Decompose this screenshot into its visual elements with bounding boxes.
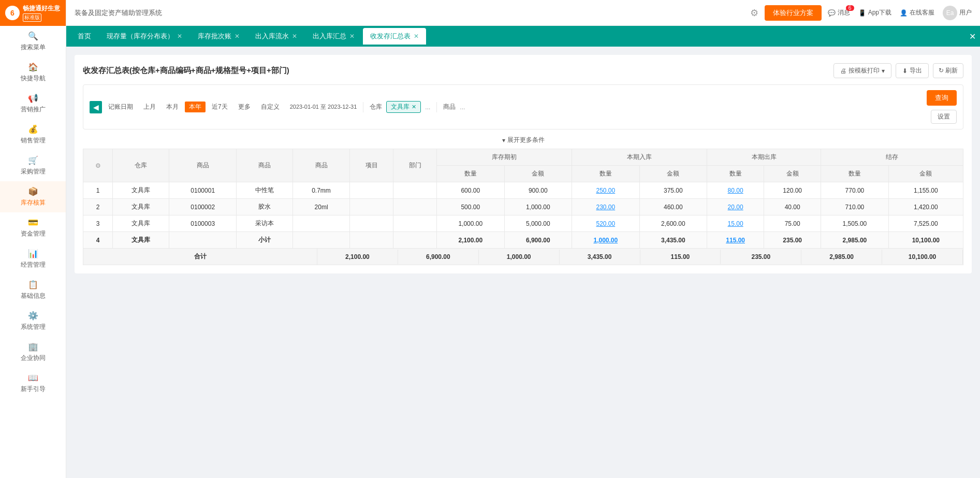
print-btn[interactable]: 🖨 按模板打印 ▾: [833, 63, 891, 78]
cell-project: [350, 199, 393, 215]
set-btn[interactable]: 设置: [931, 110, 957, 124]
cell-in-qty[interactable]: 520.00: [572, 215, 640, 232]
tab-inout-flow[interactable]: 出入库流水✕: [248, 28, 304, 45]
trial-btn[interactable]: 体验行业方案: [765, 5, 822, 21]
avatar: Ea: [943, 6, 957, 20]
cell-open-amt: 5,000.00: [504, 215, 572, 232]
sidebar-item-system[interactable]: ⚙️系统管理: [0, 306, 66, 337]
warehouse-tag-close[interactable]: ✕: [412, 104, 416, 110]
data-table: ⚙ 仓库 商品 商品 商品 项目 部门 库存期初 本期入库 本期出库 结存: [83, 149, 963, 249]
sidebar-item-guide[interactable]: 📖新手引导: [0, 368, 66, 399]
sidebar: 6 畅捷通好生意 标准版 🔍搜索菜单🏠快捷导航📢营销推广💰销售管理🛒采购管理📦库…: [0, 0, 66, 478]
filter-divider2: [436, 102, 437, 112]
table-footer: 合计 2,100.00 6,900.00 1,000.00 3,435.00 1…: [83, 249, 963, 265]
cell-bal-amt: 10,100.00: [888, 232, 963, 249]
app-download-btn[interactable]: 📱 App下载: [858, 8, 891, 17]
sidebar-item-search[interactable]: 🔍搜索菜单: [0, 26, 66, 57]
tab-label: 收发存汇总表: [370, 32, 411, 41]
cell-out-qty[interactable]: 115.00: [707, 232, 764, 249]
service-icon: 👤: [900, 9, 908, 17]
cell-in-qty[interactable]: 230.00: [572, 199, 640, 215]
sales-icon: 💰: [28, 124, 38, 134]
table-row: 2 文具库 0100002 胶水 20ml 500.00 1,000.00 23…: [83, 199, 963, 215]
date-btn-本月[interactable]: 本月: [162, 102, 183, 112]
sidebar-item-corp[interactable]: 🏢企业协同: [0, 337, 66, 368]
expand-btn[interactable]: ▾ 展开更多条件: [502, 136, 545, 144]
online-service-btn[interactable]: 👤 在线客服: [900, 8, 934, 17]
sidebar-item-sales[interactable]: 💰销售管理: [0, 119, 66, 150]
cell-spec: [293, 232, 350, 249]
sidebar-logo: 6 畅捷通好生意 标准版: [0, 0, 66, 26]
footer-open-qty: 2,100.00: [317, 250, 398, 264]
tab-bar: 首页现存量（库存分布表）✕库存批次账✕出入库流水✕出入库汇总✕收发存汇总表✕✕: [66, 26, 980, 47]
date-btn-本年[interactable]: 本年: [185, 102, 206, 112]
tab-close-receive-summary[interactable]: ✕: [414, 33, 419, 40]
messages-btn[interactable]: 💬 消息 6: [828, 8, 850, 17]
cell-bal-amt: 1,155.00: [888, 182, 963, 199]
col-settings-header[interactable]: ⚙: [83, 149, 113, 182]
tab-inout-summary[interactable]: 出入库汇总✕: [305, 28, 362, 45]
sidebar-item-purchase[interactable]: 🛒采购管理: [0, 150, 66, 181]
tab-close-batch-ledger[interactable]: ✕: [235, 33, 240, 40]
tab-receive-summary[interactable]: 收发存汇总表✕: [363, 28, 426, 45]
col-open-amt: 金额: [504, 166, 572, 182]
refresh-btn[interactable]: ↻ 刷新: [933, 63, 963, 78]
sidebar-item-basic-info[interactable]: 📋基础信息: [0, 274, 66, 306]
topbar: 装备及固定资产辅助管理系统 ⚙ 体验行业方案 💬 消息 6 📱 App下载 👤 …: [66, 0, 980, 26]
sidebar-item-quick-nav[interactable]: 🏠快捷导航: [0, 57, 66, 88]
filter-toggle-btn[interactable]: ◀: [90, 101, 102, 113]
goods-more[interactable]: ...: [460, 104, 465, 111]
settings-icon[interactable]: ⚙: [750, 7, 758, 19]
goods-label: 商品: [443, 103, 456, 111]
cell-out-qty[interactable]: 20.00: [707, 199, 764, 215]
tab-close-inout-flow[interactable]: ✕: [292, 33, 297, 40]
sidebar-item-label: 库存核算: [21, 198, 46, 207]
cell-out-qty[interactable]: 15.00: [707, 215, 764, 232]
cell-code: 0100001: [169, 182, 237, 199]
expand-icon: ▾: [502, 137, 505, 144]
warehouse-tag[interactable]: 文具库 ✕: [386, 101, 421, 113]
sidebar-item-label: 经营管理: [21, 260, 46, 269]
sidebar-item-finance[interactable]: 💳资金管理: [0, 212, 66, 243]
tab-close-inout-summary[interactable]: ✕: [349, 33, 355, 40]
tab-home[interactable]: 首页: [70, 28, 98, 45]
query-btn[interactable]: 查询: [927, 90, 957, 106]
col-group-bal: 结存: [821, 149, 963, 166]
operation-icon: 📊: [28, 249, 38, 258]
cell-no: 2: [83, 199, 113, 215]
export-btn[interactable]: ⬇ 导出: [896, 63, 929, 78]
warehouse-more[interactable]: ...: [425, 104, 430, 111]
tab-inventory-dist[interactable]: 现存量（库存分布表）✕: [99, 28, 189, 45]
date-btn-近7天[interactable]: 近7天: [208, 102, 232, 112]
user-btn[interactable]: Ea 用户: [943, 6, 972, 20]
tab-batch-ledger[interactable]: 库存批次账✕: [191, 28, 247, 45]
sidebar-item-label: 新手引导: [21, 385, 46, 394]
sidebar-item-inventory[interactable]: 📦库存核算: [0, 181, 66, 212]
col-settings-icon[interactable]: ⚙: [95, 162, 101, 169]
cell-bal-amt: 1,420.00: [888, 199, 963, 215]
cell-out-amt: 40.00: [764, 199, 821, 215]
table-row: 3 文具库 0100003 采访本 1,000.00 5,000.00 520.…: [83, 215, 963, 232]
footer-in-amt: 3,435.00: [560, 250, 640, 264]
date-btn-自定义[interactable]: 自定义: [257, 102, 284, 112]
sidebar-item-operation[interactable]: 📊经营管理: [0, 243, 66, 274]
date-btn-上月[interactable]: 上月: [139, 102, 160, 112]
date-btn-更多[interactable]: 更多: [234, 102, 255, 112]
tab-close-inventory-dist[interactable]: ✕: [177, 33, 182, 40]
cell-code: 0100002: [169, 199, 237, 215]
cell-in-qty[interactable]: 250.00: [572, 182, 640, 199]
footer-out-amt: 235.00: [721, 250, 801, 264]
phone-icon: 📱: [858, 9, 866, 17]
sidebar-item-label: 基础信息: [21, 292, 46, 300]
sidebar-item-label: 搜索菜单: [21, 43, 46, 52]
footer-bal-qty: 2,985.00: [801, 250, 882, 264]
cell-project: [350, 182, 393, 199]
cell-out-qty[interactable]: 80.00: [707, 182, 764, 199]
sidebar-item-label: 快捷导航: [21, 74, 46, 83]
sidebar-item-marketing[interactable]: 📢营销推广: [0, 88, 66, 119]
finance-icon: 💳: [28, 218, 38, 227]
cell-out-amt: 235.00: [764, 232, 821, 249]
cell-in-qty[interactable]: 1,000.00: [572, 232, 640, 249]
tabs-close-all[interactable]: ✕: [969, 32, 976, 41]
topbar-right: 💬 消息 6 📱 App下载 👤 在线客服 Ea 用户: [828, 6, 972, 20]
